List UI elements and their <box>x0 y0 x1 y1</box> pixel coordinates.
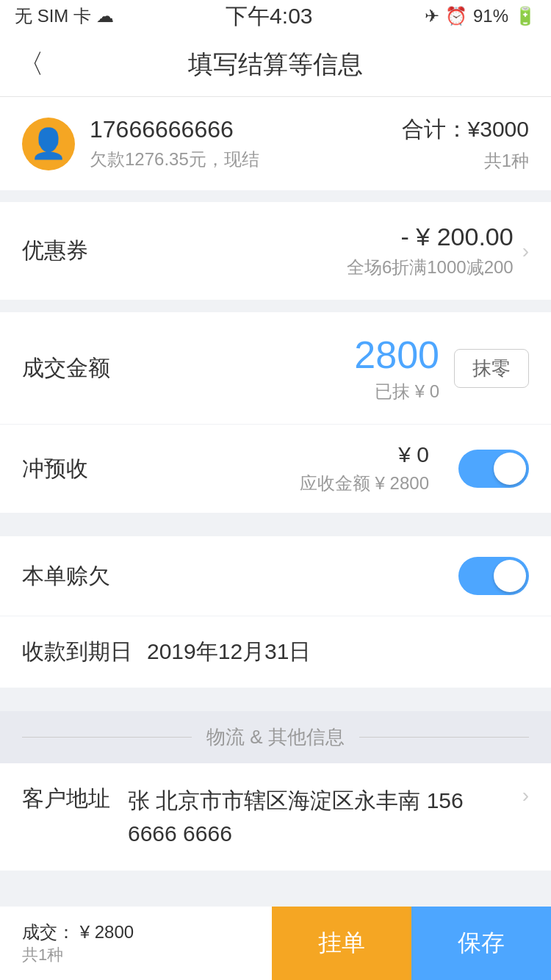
avatar-icon: 👤 <box>30 126 67 161</box>
coupon-right: - ¥ 200.00 全场6折满1000减200 <box>347 223 514 279</box>
coupon-row[interactable]: 优惠券 - ¥ 200.00 全场6折满1000减200 › <box>0 202 551 300</box>
back-button[interactable]: 〈 <box>18 46 44 82</box>
user-sub: 欠款1276.35元，现结 <box>90 148 259 171</box>
amount-row: 成交金额 2800 已抹 ¥ 0 抹零 <box>0 312 551 424</box>
chong-yushou-label: 冲预收 <box>22 454 88 484</box>
address-value: 张 北京市市辖区海淀区永丰南 156 6666 6666 <box>128 784 514 850</box>
chong-yushou-row: 冲预收 ¥ 0 应收金额 ¥ 2800 <box>0 424 551 513</box>
benshaner-toggle[interactable] <box>458 557 529 595</box>
bottom-bar: 成交： ¥ 2800 共1种 挂单 保存 <box>0 907 551 980</box>
benshaner-section: 本单赊欠 收款到期日 2019年12月31日 <box>0 536 551 688</box>
battery-icon: 🔋 <box>514 6 536 26</box>
coupon-value: - ¥ 200.00 <box>401 223 514 251</box>
amount-section: 成交金额 2800 已抹 ¥ 0 抹零 冲预收 ¥ 0 应收金额 ¥ 2800 <box>0 312 551 513</box>
battery-label: 91% <box>473 6 508 26</box>
separator-2 <box>0 699 551 711</box>
summary-label: 成交： <box>22 922 75 942</box>
round-button[interactable]: 抹零 <box>454 349 529 388</box>
address-row[interactable]: 客户地址 张 北京市市辖区海淀区永丰南 156 6666 6666 › <box>0 763 551 871</box>
coupon-label: 优惠券 <box>22 236 88 266</box>
divider-section: 物流 & 其他信息 <box>0 711 551 763</box>
benshaner-row: 本单赊欠 <box>0 536 551 616</box>
summary-amount: ¥ 2800 <box>80 922 134 942</box>
divider-text: 物流 & 其他信息 <box>206 724 345 750</box>
avatar: 👤 <box>22 118 75 170</box>
toggle-circle <box>494 453 526 485</box>
bottom-summary: 成交： ¥ 2800 共1种 <box>0 907 272 980</box>
divider-line-left <box>22 737 192 738</box>
status-bar: 无 SIM 卡 ☁ 下午4:03 ✈ ⏰ 91% 🔋 <box>0 0 551 32</box>
address-label: 客户地址 <box>22 784 110 814</box>
divider-line-right <box>359 737 529 738</box>
bottom-summary-count: 共1种 <box>22 944 250 966</box>
status-right: ✈ ⏰ 91% 🔋 <box>425 6 536 26</box>
user-card: 👤 17666666666 欠款1276.35元，现结 合计：¥3000 共1种 <box>0 97 551 190</box>
amount-label: 成交金额 <box>22 353 110 383</box>
coupon-chevron-icon: › <box>522 239 529 263</box>
chong-amount: ¥ 0 <box>398 442 429 467</box>
duedate-row: 收款到期日 2019年12月31日 <box>0 616 551 688</box>
user-total: 合计：¥3000 <box>402 115 529 145</box>
chong-yushou-info: ¥ 0 应收金额 ¥ 2800 <box>300 442 429 495</box>
amount-right: 2800 已抹 ¥ 0 抹零 <box>354 333 529 403</box>
status-time: 下午4:03 <box>226 1 312 32</box>
amount-sub: 已抹 ¥ 0 <box>354 380 439 403</box>
status-left: 无 SIM 卡 ☁ <box>15 4 114 28</box>
save-button[interactable]: 保存 <box>411 907 551 980</box>
chong-sub: 应收金额 ¥ 2800 <box>300 472 429 495</box>
address-chevron-icon: › <box>522 784 529 807</box>
chong-yushou-toggle[interactable] <box>458 450 529 488</box>
nav-bar: 〈 填写结算等信息 <box>0 32 551 97</box>
user-count: 共1种 <box>402 149 529 173</box>
location-icon: ✈ <box>425 6 439 26</box>
sim-label: 无 SIM 卡 ☁ <box>15 4 114 28</box>
page-title: 填写结算等信息 <box>188 48 363 82</box>
benshaner-label: 本单赊欠 <box>22 561 110 591</box>
user-right: 合计：¥3000 共1种 <box>402 115 529 173</box>
benshaner-toggle-circle <box>494 560 526 592</box>
coupon-sub: 全场6折满1000减200 <box>347 256 514 279</box>
user-info: 17666666666 欠款1276.35元，现结 <box>90 116 259 171</box>
user-left: 👤 17666666666 欠款1276.35元，现结 <box>22 116 259 171</box>
bottom-summary-top: 成交： ¥ 2800 <box>22 920 250 944</box>
duedate-value: 2019年12月31日 <box>147 637 311 667</box>
separator-1 <box>0 525 551 536</box>
alarm-icon: ⏰ <box>445 6 467 26</box>
duedate-label: 收款到期日 <box>22 637 132 667</box>
amount-value: 2800 <box>354 333 439 377</box>
user-phone: 17666666666 <box>90 116 259 143</box>
hold-button[interactable]: 挂单 <box>272 907 411 980</box>
